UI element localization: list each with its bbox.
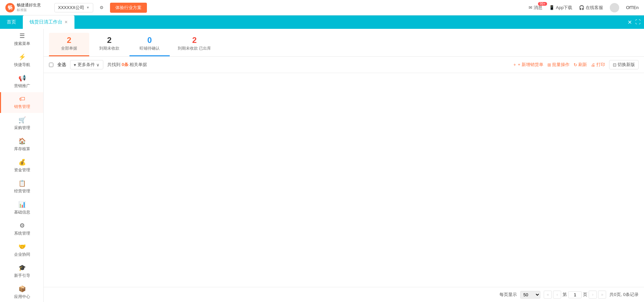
filter-arrow-icon: ∨ [96, 62, 100, 67]
select-all-label: 全选 [57, 62, 66, 68]
header-right: ✉ 消息 99+ 📱 App下载 🎧 在线客服 OfTEn [529, 3, 639, 12]
prev-page-button[interactable]: ‹ [553, 291, 561, 299]
table-area [44, 73, 644, 287]
sidebar-item-basic-info-label: 基础信息 [14, 209, 30, 215]
refresh-icon: ↻ [574, 62, 577, 67]
sidebar-item-operations-label: 经营管理 [14, 188, 30, 194]
page-label: 第 [562, 292, 567, 298]
lightning-icon: ⚡ [18, 53, 26, 61]
expand-tab-action-icon[interactable]: ⛶ [635, 19, 641, 25]
stats-tab-shipped-label: 到期未收款 已出库 [178, 46, 211, 51]
stats-tab-overdue[interactable]: 2 到期未收款 [89, 33, 129, 56]
plus-icon: ＋ [513, 62, 517, 68]
sidebar-item-search[interactable]: ☰ 搜索菜单 [0, 29, 43, 50]
sidebar-item-inventory[interactable]: 🏠 库存核算 [0, 134, 43, 155]
sidebar-item-inventory-label: 库存核算 [14, 146, 30, 152]
stats-tab-all[interactable]: 2 全部单据 [49, 33, 89, 56]
sidebar-item-collaboration[interactable]: 🤝 企业协同 [0, 240, 43, 261]
stats-tabs: 2 全部单据 2 到期未收款 0 旺铺待确认 2 到期未收款 已出库 [44, 29, 644, 57]
next-page-button[interactable]: › [589, 291, 597, 299]
switch-new-version-button[interactable]: ⊡ 切换新版 [609, 60, 639, 69]
tab-home-label: 首页 [7, 19, 16, 25]
sidebar-item-quick-nav[interactable]: ⚡ 快捷导航 [0, 50, 43, 71]
logo-icon: 畅 [5, 3, 15, 12]
sidebar-item-marketing[interactable]: 📢 营销推广 [0, 71, 43, 92]
company-selector[interactable]: XXXXXX公司 ▼ [54, 3, 93, 12]
pagination: 每页显示 50 20 100 « ‹ 第 页 › » 共0页, 0条记录 [44, 287, 644, 302]
first-page-button[interactable]: « [544, 291, 552, 299]
close-tab-action-icon[interactable]: ✕ [628, 19, 632, 25]
avatar[interactable] [610, 3, 619, 12]
sidebar-item-collaboration-label: 企业协同 [14, 252, 30, 257]
app-download-btn[interactable]: 📱 App下载 [549, 5, 572, 11]
app-label: App下载 [556, 5, 572, 11]
tab-work-bench-label: 钱货日清工作台 [30, 19, 62, 25]
refresh-button[interactable]: ↻ 刷新 [574, 62, 587, 68]
sidebar-item-system-label: 系统管理 [14, 231, 30, 236]
per-page-label: 每页显示 [499, 292, 517, 298]
sidebar-item-purchase[interactable]: 🛒 采购管理 [0, 113, 43, 134]
sidebar-item-basic-info[interactable]: 📊 基础信息 [0, 197, 43, 219]
last-page-button[interactable]: » [598, 291, 606, 299]
found-text: 共找到 0条 相关单据 [107, 62, 147, 68]
batch-icon: ⊞ [547, 62, 551, 67]
add-sales-order-button[interactable]: ＋ + 新增销货单 [513, 62, 543, 68]
sidebar-item-operations[interactable]: 📋 经营管理 [0, 176, 43, 197]
try-industry-button[interactable]: 体验行业方案 [110, 3, 147, 13]
handshake-icon: 🤝 [18, 243, 26, 250]
toolbar: 全选 ▾ 更多条件 ∨ 共找到 0条 相关单据 ＋ + 新增销货单 ⊞ 批量操作 [44, 57, 644, 73]
add-btn-label: + 新增销货单 [518, 62, 543, 68]
select-all-checkbox[interactable] [49, 63, 53, 67]
settings-icon-btn[interactable]: ⚙ [97, 3, 107, 13]
stats-tab-shipped-number: 2 [192, 36, 197, 45]
stats-tab-pending-label: 旺铺待确认 [140, 46, 160, 51]
switch-btn-label: 切换新版 [618, 62, 635, 68]
logo-line1: 畅捷通好生意 [17, 3, 41, 8]
sidebar-item-system[interactable]: ⚙ 系统管理 [0, 219, 43, 240]
filter-icon: ▾ [74, 62, 76, 67]
cart-icon: 🛒 [18, 116, 26, 124]
sidebar-item-search-label: 搜索菜单 [14, 41, 30, 47]
sidebar-item-finance[interactable]: 💰 资金管理 [0, 155, 43, 176]
money-icon: 💰 [18, 159, 26, 166]
print-icon: 🖨 [591, 62, 595, 67]
filter-label: 更多条件 [77, 62, 95, 68]
logo-line2: 标准版 [17, 8, 41, 12]
print-button[interactable]: 🖨 打印 [591, 62, 605, 68]
pagination-nav: « ‹ 第 页 › » [544, 291, 606, 299]
stats-tab-pending[interactable]: 0 旺铺待确认 [129, 33, 170, 56]
box-icon: 📦 [18, 285, 26, 293]
switch-icon: ⊡ [613, 62, 616, 67]
sidebar-item-sales[interactable]: 🏷 销售管理 [0, 92, 43, 113]
message-btn[interactable]: ✉ 消息 99+ [529, 5, 542, 11]
main-content: 2 全部单据 2 到期未收款 0 旺铺待确认 2 到期未收款 已出库 全选 ▾ … [44, 29, 644, 302]
graduation-icon: 🎓 [18, 264, 26, 271]
online-service-btn[interactable]: 🎧 在线客服 [579, 5, 603, 11]
sidebar-item-app-center[interactable]: 📦 应用中心 [0, 282, 43, 302]
page-suffix: 页 [583, 292, 587, 298]
stats-tab-shipped[interactable]: 2 到期未收款 已出库 [170, 33, 219, 56]
print-btn-label: 打印 [596, 62, 605, 68]
company-arrow-icon: ▼ [86, 6, 90, 9]
found-suffix: 相关单据 [129, 62, 147, 67]
search-menu-icon: ☰ [19, 32, 25, 40]
per-page-select[interactable]: 50 20 100 [520, 291, 540, 299]
message-badge: 99+ [538, 2, 547, 6]
filter-button[interactable]: ▾ 更多条件 ∨ [70, 60, 103, 69]
sidebar-item-purchase-label: 采购管理 [14, 125, 30, 131]
tab-bar: 首页 钱货日清工作台 ✕ ✕ ⛶ [0, 15, 644, 29]
tab-home[interactable]: 首页 [0, 15, 23, 29]
tab-close-icon[interactable]: ✕ [64, 20, 68, 24]
pagination-total: 共0页, 0条记录 [609, 292, 639, 298]
sidebar-item-app-center-label: 应用中心 [14, 294, 30, 300]
house-icon: 🏠 [18, 137, 26, 145]
tab-work-bench[interactable]: 钱货日清工作台 ✕ [23, 15, 74, 29]
batch-operation-button[interactable]: ⊞ 批量操作 [547, 62, 570, 68]
current-page-input[interactable] [568, 291, 582, 298]
sidebar-item-guide[interactable]: 🎓 新手引导 [0, 261, 43, 282]
username: OfTEn [626, 5, 639, 10]
sidebar-item-sales-label: 销售管理 [14, 104, 30, 110]
headset-icon: 🎧 [579, 5, 584, 10]
company-name: XXXXXX公司 [58, 5, 84, 11]
sidebar-item-guide-label: 新手引导 [14, 273, 30, 279]
